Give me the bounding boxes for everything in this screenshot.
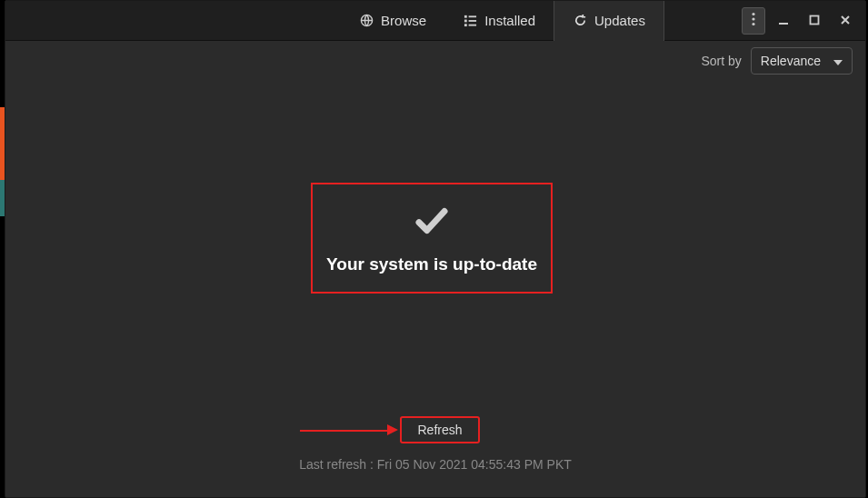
tab-updates[interactable]: Updates xyxy=(554,1,664,41)
svg-point-7 xyxy=(752,12,754,15)
arrow-head-icon xyxy=(387,424,398,435)
last-refresh-text: Last refresh : Fri 05 Nov 2021 04:55:43 … xyxy=(5,457,865,472)
content-area: Your system is up-to-date Refresh Last r… xyxy=(5,81,865,497)
svg-rect-3 xyxy=(464,20,467,23)
refresh-button-label: Refresh xyxy=(417,423,462,437)
minimize-icon xyxy=(778,13,789,29)
tab-browse-label: Browse xyxy=(381,13,426,28)
refresh-button[interactable]: Refresh xyxy=(400,416,480,443)
status-box-highlight: Your system is up-to-date xyxy=(311,183,553,294)
header-bar: Browse Installed xyxy=(5,1,865,41)
svg-rect-6 xyxy=(468,25,475,26)
maximize-button[interactable] xyxy=(802,8,827,34)
globe-icon xyxy=(359,14,374,28)
close-button[interactable] xyxy=(833,8,858,34)
sort-row: Sort by Relevance xyxy=(5,41,865,81)
sort-select[interactable]: Relevance xyxy=(751,47,853,75)
close-icon xyxy=(840,13,851,29)
annotation-arrow xyxy=(300,427,398,434)
svg-rect-5 xyxy=(464,24,467,26)
refresh-icon xyxy=(573,14,587,28)
svg-point-9 xyxy=(752,22,754,25)
checkmark-icon xyxy=(413,202,451,244)
hamburger-menu-button[interactable] xyxy=(742,7,765,35)
svg-rect-10 xyxy=(779,23,788,25)
svg-point-8 xyxy=(752,17,754,20)
chevron-down-icon xyxy=(833,54,843,68)
software-app-window: Browse Installed xyxy=(5,0,866,498)
tab-installed-label: Installed xyxy=(484,13,535,28)
tab-updates-label: Updates xyxy=(594,13,645,28)
svg-rect-1 xyxy=(464,15,467,18)
sort-selected-value: Relevance xyxy=(761,54,821,68)
tab-installed[interactable]: Installed xyxy=(444,1,554,41)
svg-rect-2 xyxy=(468,15,475,17)
maximize-icon xyxy=(809,13,820,29)
arrow-line xyxy=(300,430,391,432)
svg-rect-4 xyxy=(468,20,475,22)
list-icon xyxy=(463,14,477,28)
tab-browse[interactable]: Browse xyxy=(341,1,444,41)
tabs: Browse Installed xyxy=(341,1,664,41)
status-message: Your system is up-to-date xyxy=(326,254,537,274)
minimize-button[interactable] xyxy=(771,8,796,34)
sort-label: Sort by xyxy=(701,54,741,68)
svg-rect-11 xyxy=(811,15,819,24)
kebab-icon xyxy=(752,12,755,30)
header-right xyxy=(742,7,862,35)
